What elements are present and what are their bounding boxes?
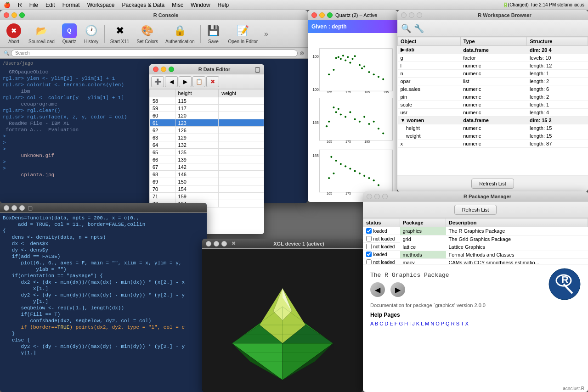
ws-col-type[interactable]: Type: [460, 37, 527, 46]
cell-weight[interactable]: [219, 119, 264, 127]
cell-weight[interactable]: [219, 127, 264, 134]
cell-weight[interactable]: [219, 178, 264, 185]
cell-weight[interactable]: [219, 105, 264, 112]
table-row[interactable]: 62 126: [150, 127, 264, 134]
quartz-button[interactable]: Q Quartz: [59, 22, 79, 46]
table-row[interactable]: g factor levels: 10: [398, 54, 588, 62]
history-button[interactable]: 🕐 History: [81, 22, 102, 46]
workspace-wrench-icon[interactable]: 🔧: [414, 23, 424, 34]
ws-col-object[interactable]: Object: [398, 37, 461, 46]
ws-col-structure[interactable]: Structure: [527, 37, 588, 46]
pkg-max[interactable]: [382, 194, 388, 199]
quartz-close[interactable]: [311, 12, 317, 18]
alpha-k[interactable]: K: [416, 321, 419, 326]
bottom-min[interactable]: [11, 205, 17, 211]
alpha-f[interactable]: F: [395, 321, 398, 326]
list-item[interactable]: loaded methods Formal Methods and Classe…: [363, 251, 588, 258]
pkg-col-name[interactable]: Package: [400, 218, 446, 227]
alpha-i[interactable]: I: [409, 321, 411, 326]
table-row[interactable]: 64 132: [150, 141, 264, 149]
alpha-a[interactable]: A: [370, 321, 373, 326]
cell-weight[interactable]: [219, 193, 264, 200]
table-row[interactable]: 58 115: [150, 97, 264, 105]
menu-file[interactable]: File: [29, 2, 38, 8]
menu-workspace[interactable]: Workspace: [87, 2, 115, 8]
ws-max[interactable]: [417, 12, 422, 18]
alpha-b[interactable]: B: [375, 321, 378, 326]
cell-weight[interactable]: [219, 149, 264, 156]
pkg-checkbox[interactable]: [366, 244, 372, 249]
pkg-close[interactable]: [367, 194, 372, 199]
cell-height[interactable]: 132: [175, 141, 219, 149]
pkg-col-status[interactable]: status: [363, 218, 400, 227]
table-row[interactable]: usr numeric length: 4: [398, 109, 588, 117]
table-row[interactable]: pin numeric length: 2: [398, 93, 588, 101]
r-console-bottom-content[interactable]: BoxDens=function(data, npts = 200., x = …: [0, 213, 207, 392]
open-editor-button[interactable]: 📝 Open In Editor: [226, 22, 260, 46]
cell-height[interactable]: 129: [175, 134, 219, 141]
pkg-arrow-back[interactable]: ◀: [370, 282, 385, 297]
alpha-c[interactable]: C: [379, 321, 383, 326]
list-item[interactable]: not loaded grid The Grid Graphics Packag…: [363, 235, 588, 243]
pkg-traffic-lights[interactable]: [367, 194, 388, 199]
alpha-s[interactable]: S: [456, 321, 459, 326]
pkg-alphabet[interactable]: A B C D E F G H I J K L M N O P Q R S T …: [370, 321, 581, 326]
quartz-min[interactable]: [319, 12, 325, 18]
search-input[interactable]: [11, 50, 298, 57]
source-load-button[interactable]: 📂 Source/Load: [26, 22, 57, 46]
alpha-j[interactable]: J: [412, 321, 415, 326]
table-row[interactable]: 65 135: [150, 149, 264, 156]
editor-prev[interactable]: ◀: [165, 76, 178, 87]
refresh-list-button[interactable]: Refresh List: [471, 179, 514, 189]
xgl-traffic-lights[interactable]: [206, 241, 227, 246]
cell-height[interactable]: 154: [175, 185, 219, 193]
cell-height[interactable]: 150: [175, 178, 219, 185]
alpha-t[interactable]: T: [461, 321, 464, 326]
save-button[interactable]: 💾 Save: [204, 22, 224, 46]
abort-button[interactable]: ✖ Abort: [4, 22, 24, 46]
alpha-o[interactable]: O: [435, 321, 440, 326]
pkg-arrow-forward[interactable]: ▶: [390, 282, 405, 297]
cell-weight[interactable]: [219, 171, 264, 178]
cell-height[interactable]: 139: [175, 156, 219, 163]
editor-close[interactable]: [153, 67, 158, 72]
menu-r[interactable]: R: [18, 2, 22, 8]
cell-height[interactable]: 159: [175, 193, 219, 200]
cell-weight[interactable]: [219, 185, 264, 193]
editor-paste[interactable]: 📋: [192, 76, 205, 87]
cell-height[interactable]: 115: [175, 97, 219, 105]
list-item[interactable]: not loaded lattice Lattice Graphics: [363, 243, 588, 251]
start-x11-button[interactable]: ✖ Start X11: [107, 22, 132, 46]
cell-height[interactable]: 123: [175, 119, 219, 127]
col-header-weight[interactable]: weight: [219, 90, 264, 97]
table-row[interactable]: 69 150: [150, 178, 264, 185]
editor-max[interactable]: [169, 67, 174, 72]
quartz-content[interactable]: 100 100 165 165 165: [308, 33, 397, 202]
quartz-traffic-lights[interactable]: [311, 12, 333, 18]
table-row[interactable]: scale numeric length: 1: [398, 101, 588, 109]
ws-close[interactable]: [401, 12, 407, 18]
quartz-max[interactable]: [327, 12, 333, 18]
table-row[interactable]: 70 154: [150, 185, 264, 193]
alpha-n[interactable]: N: [430, 321, 434, 326]
bottom-expand[interactable]: ▢: [28, 205, 33, 211]
cell-weight[interactable]: [219, 156, 264, 163]
cell-weight[interactable]: [219, 163, 264, 171]
cell-height[interactable]: 142: [175, 163, 219, 171]
authentication-button[interactable]: 🔒 Authentication: [163, 22, 197, 46]
col-header-height[interactable]: height: [175, 90, 219, 97]
minimize-button[interactable]: [11, 12, 17, 18]
menu-packages[interactable]: Packages & Data: [122, 2, 165, 8]
table-row[interactable]: 60 120: [150, 112, 264, 119]
traffic-lights[interactable]: [4, 12, 25, 18]
alpha-m[interactable]: M: [425, 321, 429, 326]
menu-edit[interactable]: Edit: [45, 2, 55, 8]
cell-height[interactable]: 135: [175, 149, 219, 156]
maximize-button[interactable]: [19, 12, 25, 18]
table-row[interactable]: 68 146: [150, 171, 264, 178]
cell-height[interactable]: 126: [175, 127, 219, 134]
alpha-h[interactable]: H: [404, 321, 408, 326]
alpha-e[interactable]: E: [390, 321, 393, 326]
table-row[interactable]: 71 159: [150, 193, 264, 200]
alpha-l[interactable]: L: [421, 321, 424, 326]
